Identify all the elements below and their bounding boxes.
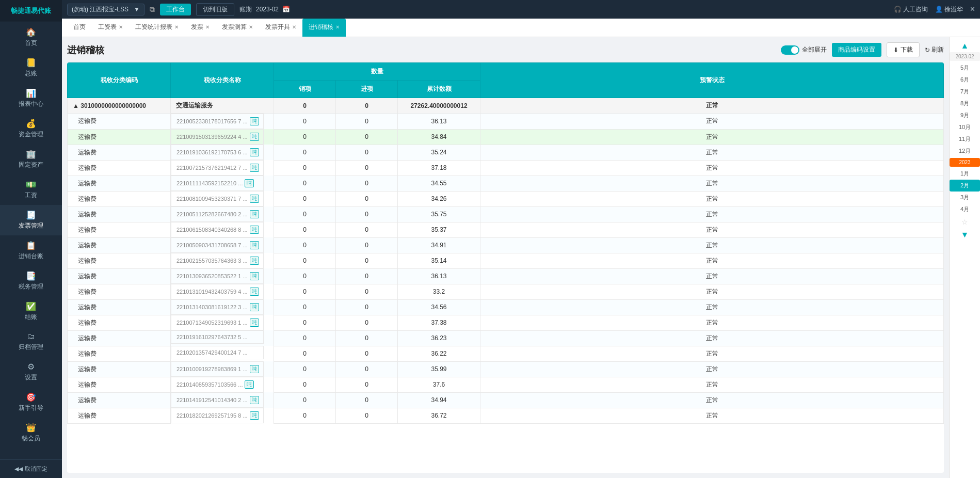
sidebar-item-archive[interactable]: 🗂 归档管理: [0, 327, 62, 357]
switch-version-button[interactable]: 切到旧版: [196, 3, 234, 16]
row-purchase: 0: [336, 284, 398, 299]
workbench-button[interactable]: 工作台: [160, 4, 191, 15]
ledger-icon: 📒: [26, 58, 36, 68]
table-row[interactable]: 运输费 2210071349052319693 1 ...吨 0 0 37.38…: [68, 315, 944, 330]
month-jun[interactable]: 6月: [950, 74, 980, 86]
table-row[interactable]: 运输费 2210021557035764363 3 ...吨 0 0 35.14…: [68, 253, 944, 268]
table-row[interactable]: 运输费 2210140859357103566 ...吨 0 0 37.6 正常: [68, 377, 944, 392]
table-row[interactable]: 运输费 2210201357429400124 7 ... 0 0 36.22 …: [68, 346, 944, 361]
tab-close-icon[interactable]: ✕: [205, 24, 210, 30]
close-button[interactable]: ×: [970, 5, 975, 14]
tab-invoice-issue[interactable]: 发票开具 ✕: [259, 19, 302, 37]
table-row[interactable]: 运输费 2210091503139659224 4 ...吨 0 0 34.84…: [68, 129, 944, 145]
table-row[interactable]: 运输费 2210061508340340268 8 ...吨 0 0 35.37…: [68, 222, 944, 237]
tab-salary-table[interactable]: 工资表 ✕: [92, 19, 129, 37]
month-apr[interactable]: 4月: [950, 203, 980, 215]
table-row[interactable]: 运输费 2210111143592152210 ...吨 0 0 34.55 正…: [68, 176, 944, 191]
month-mar[interactable]: 3月: [950, 192, 980, 203]
month-may[interactable]: 5月: [950, 62, 980, 74]
row-purchase: 0: [336, 114, 398, 130]
table-row[interactable]: 运输费 2210072157376219412 7 ...吨 0 0 37.18…: [68, 160, 944, 176]
user-menu[interactable]: 👤 徐溢华: [935, 5, 963, 14]
row-sales: 0: [274, 330, 336, 346]
calendar-icon[interactable]: 📅: [282, 6, 290, 13]
expand-toggle[interactable]: [781, 45, 799, 55]
sidebar-item-assets[interactable]: 🏢 固定资产: [0, 144, 62, 174]
month-oct[interactable]: 10月: [950, 121, 980, 133]
table-row[interactable]: 运输费 2210100919278983869 1 ...吨 0 0 35.99…: [68, 361, 944, 377]
row-invoice-code: 2210141912541014340 2 ...吨: [171, 392, 264, 408]
month-dec[interactable]: 12月: [950, 145, 980, 157]
table-row[interactable]: 运输费 2210052338178017656 7 ...吨 0 0 36.13…: [68, 114, 944, 130]
table-row[interactable]: 运输费 2210191610297643732 5 ... 0 0 36.23 …: [68, 330, 944, 346]
table-row[interactable]: 运输费 2210130936520853522 1 ...吨 0 0 36.13…: [68, 268, 944, 284]
table-row[interactable]: ▲ 3010000000000000000 交通运输服务 0 0 27262.4…: [68, 98, 944, 114]
assets-icon: 🏢: [26, 149, 36, 159]
tab-sales-check[interactable]: 进销稽核 ✕: [302, 19, 346, 37]
row-cumulative: 36.13: [398, 268, 480, 284]
sidebar-item-reports[interactable]: 📊 报表中心: [0, 83, 62, 114]
sidebar-item-salary[interactable]: 💵 工资: [0, 174, 62, 205]
table-row[interactable]: 运输费 2210051125282667480 2 ...吨 0 0 35.75…: [68, 206, 944, 222]
month-jan[interactable]: 1月: [950, 168, 980, 180]
month-sep[interactable]: 9月: [950, 109, 980, 121]
sidebar-item-stock[interactable]: 📋 进销台账: [0, 235, 62, 266]
sidebar-item-settings[interactable]: ⚙ 设置: [0, 357, 62, 387]
tab-home[interactable]: 首页: [67, 19, 92, 37]
tab-close-icon[interactable]: ✕: [119, 24, 123, 30]
month-jul[interactable]: 7月: [950, 86, 980, 98]
favorite-icon[interactable]: ☆: [959, 215, 971, 229]
table-row[interactable]: 运输费 2210191036192170753 6 ...吨 0 0 35.24…: [68, 145, 944, 160]
calendar-up-button[interactable]: ▲: [959, 40, 971, 52]
tab-invoice[interactable]: 发票 ✕: [185, 19, 216, 37]
row-status: 正常: [480, 377, 944, 392]
copy-icon[interactable]: ⧉: [150, 5, 155, 14]
product-code-settings-button[interactable]: 商品编码设置: [832, 43, 881, 57]
row-status: 正常: [480, 284, 944, 299]
sidebar-item-checkout[interactable]: ✅ 结账: [0, 296, 62, 327]
tab-close-icon[interactable]: ✕: [335, 24, 340, 30]
table-row[interactable]: 运输费 2210182021269257195 8 ...吨 0 0 36.72…: [68, 408, 944, 423]
sidebar-item-label: 固定资产: [19, 161, 43, 169]
reports-icon: 📊: [26, 88, 36, 98]
refresh-icon: ↻: [925, 46, 930, 54]
row-purchase: 0: [336, 299, 398, 315]
sidebar-item-ledger[interactable]: 📒 总账: [0, 53, 62, 83]
row-sales: 0: [274, 237, 336, 253]
month-feb-active[interactable]: 2月: [950, 180, 980, 192]
refresh-button[interactable]: ↻ 刷新: [925, 45, 944, 54]
tab-invoice-calc[interactable]: 发票测算 ✕: [216, 19, 259, 37]
sidebar-item-invoice[interactable]: 🧾 发票管理: [0, 205, 62, 235]
topbar-right: 🎧 人工咨询 👤 徐溢华 ×: [894, 5, 975, 14]
month-nov[interactable]: 11月: [950, 133, 980, 145]
sidebar-item-member[interactable]: 👑 畅会员: [0, 418, 62, 448]
row-invoice-code: 2210081009453230371 7 ...吨: [171, 191, 264, 206]
row-cumulative: 37.38: [398, 315, 480, 330]
archive-icon: 🗂: [27, 332, 35, 341]
support-button[interactable]: 🎧 人工咨询: [894, 5, 928, 14]
tab-close-icon[interactable]: ✕: [292, 24, 296, 30]
table-row[interactable]: 运输费 2210131019432403759 4 ...吨 0 0 33.2 …: [68, 284, 944, 299]
row-name: 运输费: [68, 160, 171, 176]
table-row[interactable]: 运输费 2210141912541014340 2 ...吨 0 0 34.94…: [68, 392, 944, 408]
sidebar-item-home[interactable]: 🏠 首页: [0, 22, 62, 53]
row-purchase: 0: [336, 408, 398, 423]
row-invoice-code: 2210071349052319693 1 ...吨: [171, 315, 264, 330]
row-status: 正常: [480, 253, 944, 268]
month-aug[interactable]: 8月: [950, 98, 980, 109]
download-button[interactable]: ⬇ 下载: [887, 42, 920, 57]
row-cumulative: 34.84: [398, 129, 480, 145]
sidebar-item-finance[interactable]: 💰 资金管理: [0, 114, 62, 144]
sidebar-item-guide[interactable]: 🎯 新手引导: [0, 387, 62, 418]
unpin-button[interactable]: ◀◀ 取消固定: [0, 459, 62, 478]
table-row[interactable]: 运输费 2210050903431708658 7 ...吨 0 0 34.91…: [68, 237, 944, 253]
sidebar-item-tax[interactable]: 📑 税务管理: [0, 266, 62, 296]
table-row[interactable]: 运输费 2210081009453230371 7 ...吨 0 0 34.26…: [68, 191, 944, 206]
row-cumulative: 34.94: [398, 392, 480, 408]
table-row[interactable]: 运输费 2210131403081619122 3 ...吨 0 0 34.56…: [68, 299, 944, 315]
tab-close-icon[interactable]: ✕: [174, 24, 179, 30]
org-selector[interactable]: (勿动) 江西报宝-LSS ▼: [67, 4, 144, 15]
tab-salary-stats[interactable]: 工资统计报表 ✕: [129, 19, 185, 37]
calendar-down-button[interactable]: ▼: [959, 229, 971, 241]
tab-close-icon[interactable]: ✕: [249, 24, 253, 30]
